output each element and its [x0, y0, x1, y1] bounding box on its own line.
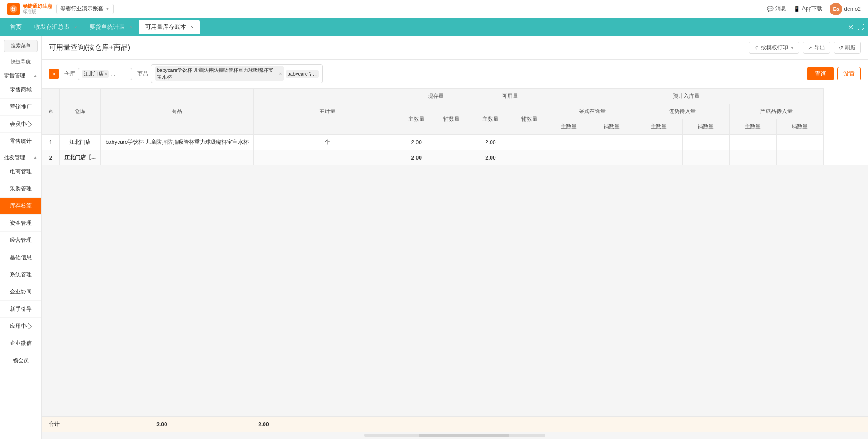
th-current-main: 主数量: [401, 104, 432, 135]
sidebar-item-enterprise[interactable]: 企业协同: [0, 283, 41, 301]
close-all-tabs[interactable]: ✕: [848, 23, 854, 32]
sidebar-item-retail-stats[interactable]: 零售统计: [0, 133, 41, 150]
warehouse-input[interactable]: 江北门店 × ...: [78, 68, 132, 80]
industry-selector[interactable]: 母婴行业演示账套 ▼: [56, 4, 114, 14]
export-icon: ↗: [808, 45, 812, 51]
row2-fin-aux: [776, 150, 823, 165]
sidebar-item-purchase[interactable]: 采购管理: [0, 180, 41, 198]
row1-avail-main: 2.00: [471, 135, 510, 150]
row1-current-main: 2.00: [401, 135, 432, 150]
message-btn[interactable]: 💬 消息: [767, 5, 786, 13]
print-icon: 🖨: [754, 45, 759, 51]
sidebar-item-wholesale-mgmt[interactable]: 批发管理 ▲: [0, 150, 41, 163]
sidebar-item-app-center[interactable]: 应用中心: [0, 318, 41, 335]
quick-nav-btn[interactable]: 快捷导航: [0, 56, 41, 68]
phone-icon: 📱: [793, 6, 800, 12]
remove-product-tag-1[interactable]: ×: [279, 71, 282, 76]
row2-avail-aux: [510, 150, 549, 165]
logo-icon: 好: [7, 3, 20, 15]
page-title: 可用量查询(按仓库+商品): [49, 43, 130, 52]
close-tab-order[interactable]: ×: [129, 24, 132, 30]
sidebar-item-finance[interactable]: 资金管理: [0, 215, 41, 232]
nav-tabs-actions: ✕ ⛶: [848, 23, 864, 32]
table-container[interactable]: ⚙ 仓库 商品 主计量 现存量 可用量 预计入库量 主数量 辅数量 主数量 辅数…: [42, 88, 868, 416]
row1-fin-aux: [776, 135, 823, 150]
arrow-icon: ▲: [33, 73, 38, 78]
search-menu-btn[interactable]: 搜索菜单: [4, 40, 38, 52]
sidebar-item-basic-info[interactable]: 基础信息: [0, 249, 41, 266]
expand-filter-btn[interactable]: »: [49, 69, 59, 79]
footer-current-main: 2.00: [121, 421, 203, 428]
row2-current-main: 2.00: [401, 150, 432, 165]
warehouse-filter: 仓库 江北门店 × ...: [64, 68, 132, 80]
page-header: 可用量查询(按仓库+商品) 🖨 按模板打印 ▼ ↗ 导出 ↺ 刷新: [42, 36, 868, 60]
query-btn[interactable]: 查询: [807, 67, 834, 80]
sidebar-item-system[interactable]: 系统管理: [0, 266, 41, 283]
close-tab-receive[interactable]: ×: [74, 24, 77, 30]
row1-pur-main: [549, 135, 588, 150]
th-available: 可用量: [471, 89, 549, 104]
product-tag-1: babycare学饮杯 儿童防摔防撞吸管杯重力球吸嘴杯宝宝水杯 ×: [155, 66, 284, 81]
th-avail-aux: 辅数量: [510, 104, 549, 135]
sidebar-item-retail-mall[interactable]: 零售商城: [0, 81, 41, 99]
user-menu[interactable]: Ea demo2: [830, 3, 861, 15]
row2-product: [101, 150, 254, 165]
footer-avail-main: 2.00: [243, 421, 284, 428]
sidebar-item-member[interactable]: 会员中心: [0, 116, 41, 133]
sidebar-item-retail-mgmt[interactable]: 零售管理 ▲: [0, 68, 41, 81]
warehouse-tag: 江北门店 ×: [82, 70, 109, 78]
filter-actions: 查询 设置: [807, 67, 861, 80]
scroll-bar-area[interactable]: [42, 432, 868, 439]
row2-warehouse: 江北门店【...: [60, 150, 101, 165]
row1-avail-aux: [510, 135, 549, 150]
product-label: 商品: [137, 70, 148, 78]
export-btn[interactable]: ↗ 导出: [803, 42, 830, 54]
row1-inb-aux: [682, 135, 729, 150]
sidebar-item-ecommerce[interactable]: 电商管理: [0, 163, 41, 180]
settings-gear-icon[interactable]: ⚙: [48, 109, 53, 115]
row1-current-aux: [432, 135, 471, 150]
footer-values: 2.00 2.00: [121, 421, 861, 428]
sidebar-item-vip[interactable]: 畅会员: [0, 352, 41, 369]
sidebar-item-inventory[interactable]: 库存核算: [0, 198, 41, 215]
sidebar-item-enterprise-wechat[interactable]: 企业微信: [0, 335, 41, 352]
fullscreen-btn[interactable]: ⛶: [857, 23, 864, 31]
tab-receive-summary[interactable]: 收发存汇总表 ×: [28, 20, 83, 34]
th-finished-aux: 辅数量: [776, 119, 823, 135]
th-settings[interactable]: ⚙: [42, 89, 60, 135]
scroll-track[interactable]: [364, 434, 545, 437]
tab-home[interactable]: 首页: [4, 20, 28, 34]
setting-btn[interactable]: 设置: [837, 67, 861, 80]
warehouse-more[interactable]: ...: [111, 71, 115, 77]
th-main-unit: 主计量: [253, 89, 401, 135]
remove-warehouse-tag[interactable]: ×: [104, 71, 107, 76]
app-download-btn[interactable]: 📱 App下载: [793, 5, 822, 13]
sidebar-item-operations[interactable]: 经营管理: [0, 232, 41, 249]
data-table: ⚙ 仓库 商品 主计量 现存量 可用量 预计入库量 主数量 辅数量 主数量 辅数…: [42, 88, 868, 165]
tab-order-stats[interactable]: 要货单统计表 ×: [83, 20, 138, 34]
page-actions: 🖨 按模板打印 ▼ ↗ 导出 ↺ 刷新: [749, 42, 861, 54]
close-tab-stock[interactable]: ×: [191, 24, 193, 30]
sidebar: 搜索菜单 快捷导航 零售管理 ▲ 零售商城 营销推广 会员中心 零售统计 批发管…: [0, 36, 42, 439]
th-current-aux: 辅数量: [432, 104, 471, 135]
svg-text:好: 好: [11, 7, 16, 12]
product-tag-2: babycare？...: [286, 70, 319, 78]
print-btn[interactable]: 🖨 按模板打印 ▼: [749, 42, 799, 54]
scroll-thumb[interactable]: [419, 434, 509, 437]
refresh-btn[interactable]: ↺ 刷新: [834, 42, 861, 54]
tab-available-stock[interactable]: 可用量库存账本 ×: [139, 20, 200, 34]
row1-warehouse: 江北门店: [60, 135, 101, 150]
row2-pur-aux: [588, 150, 635, 165]
sidebar-item-marketing[interactable]: 营销推广: [0, 99, 41, 116]
content: 可用量查询(按仓库+商品) 🖨 按模板打印 ▼ ↗ 导出 ↺ 刷新 »: [42, 36, 868, 439]
sidebar-item-new-guide[interactable]: 新手引导: [0, 301, 41, 318]
row1-product: babycare学饮杯 儿童防摔防撞吸管杯重力球吸嘴杯宝宝水杯: [101, 135, 254, 150]
row1-inb-main: [635, 135, 682, 150]
th-forecast-in: 预计入库量: [549, 89, 823, 104]
sidebar-group-retail: 零售管理 ▲: [0, 68, 41, 81]
message-icon: 💬: [767, 6, 774, 12]
logo-text: 畅捷通好生意: [23, 3, 52, 9]
product-input[interactable]: babycare学饮杯 儿童防摔防撞吸管杯重力球吸嘴杯宝宝水杯 × babyca…: [151, 64, 323, 83]
th-purchase-transit: 采购在途量: [549, 104, 635, 119]
top-bar-left: 好 畅捷通好生意 标准版 母婴行业演示账套 ▼: [7, 3, 114, 15]
